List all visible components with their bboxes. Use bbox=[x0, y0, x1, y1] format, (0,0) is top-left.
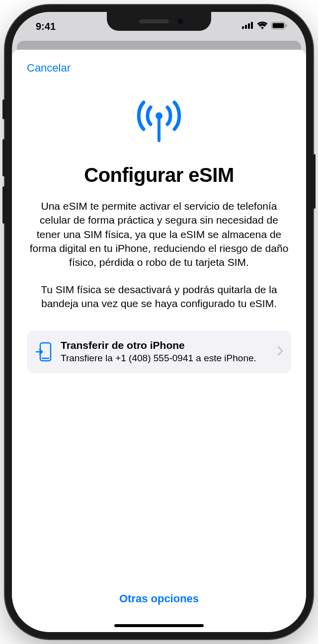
cancel-button[interactable]: Cancelar bbox=[27, 62, 291, 75]
power-button bbox=[313, 154, 316, 209]
antenna-icon bbox=[27, 99, 291, 144]
svg-rect-5 bbox=[273, 23, 284, 28]
transfer-option-subtitle: Transfiere la +1 (408) 555-0941 a este i… bbox=[61, 352, 269, 364]
transfer-option-card[interactable]: Transferir de otro iPhone Transfiere la … bbox=[27, 330, 291, 373]
phone-device-frame: 9:41 bbox=[5, 5, 313, 639]
page-title: Configurar eSIM bbox=[27, 164, 291, 186]
notch bbox=[107, 12, 211, 31]
home-indicator[interactable] bbox=[114, 624, 204, 627]
speaker bbox=[139, 19, 169, 23]
transfer-option-title: Transferir de otro iPhone bbox=[61, 339, 269, 351]
mute-switch bbox=[2, 99, 5, 119]
phone-screen: 9:41 bbox=[12, 12, 306, 632]
cellular-signal-icon bbox=[242, 22, 253, 31]
description-paragraph-1: Una eSIM te permite activar el servicio … bbox=[27, 199, 291, 270]
spacer bbox=[27, 373, 291, 583]
transfer-icon bbox=[35, 342, 53, 362]
battery-icon bbox=[271, 22, 287, 31]
description-paragraph-2: Tu SIM física se desactivará y podrás qu… bbox=[27, 283, 291, 311]
svg-rect-7 bbox=[158, 117, 160, 142]
svg-rect-0 bbox=[242, 26, 244, 29]
svg-rect-3 bbox=[251, 22, 253, 29]
chevron-right-icon bbox=[277, 345, 283, 359]
volume-down-button bbox=[2, 186, 5, 224]
transfer-option-text: Transferir de otro iPhone Transfiere la … bbox=[61, 339, 269, 364]
svg-rect-1 bbox=[245, 25, 247, 29]
wifi-icon bbox=[257, 21, 268, 31]
status-icons bbox=[242, 21, 287, 31]
status-time: 9:41 bbox=[36, 21, 56, 32]
modal-sheet: Cancelar Configurar eSIM Una eSIM te per… bbox=[12, 50, 306, 632]
front-camera bbox=[177, 18, 184, 25]
other-options-button[interactable]: Otras opciones bbox=[27, 583, 291, 622]
svg-rect-2 bbox=[248, 23, 250, 29]
volume-up-button bbox=[2, 139, 5, 176]
